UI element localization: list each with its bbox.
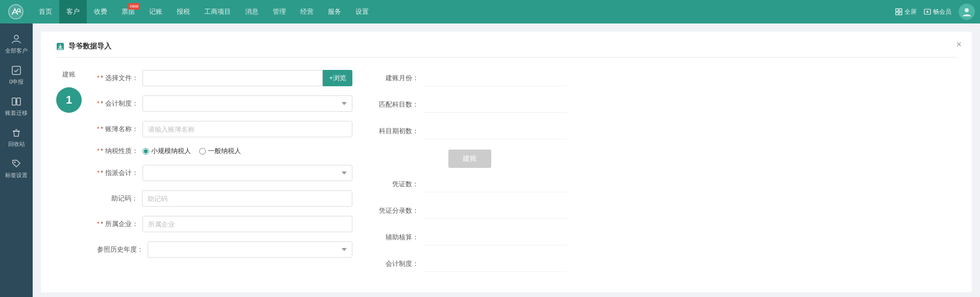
- svg-rect-10: [12, 66, 20, 75]
- nav-item-message[interactable]: 消息: [238, 0, 266, 23]
- tax-option-general[interactable]: 一般纳税人: [199, 146, 241, 156]
- sidebar-item-all-customers[interactable]: 全部客户: [0, 29, 33, 60]
- file-input-wrapper: +浏览: [142, 70, 352, 86]
- svg-rect-5: [899, 12, 902, 15]
- subject-init-label: 科目期初数：: [373, 127, 419, 136]
- tax-type-row: ** 纳税性质： 小规模纳税人 一般纳税人: [97, 146, 352, 156]
- nav-items-list: 首页 客户 收费 票据 new 记账 报税 工商项目 消息 管理 经营: [32, 0, 895, 23]
- accounting-system-row: ** 会计制度：: [97, 95, 352, 112]
- accounting-system2-label: 会计制度：: [373, 259, 419, 268]
- member-button[interactable]: 畅会员: [924, 8, 951, 16]
- build-month-row: 建账月份：: [373, 70, 567, 86]
- import-icon: [56, 42, 64, 51]
- nav-item-tax[interactable]: 报税: [170, 0, 197, 23]
- nav-item-operation[interactable]: 经营: [293, 0, 321, 23]
- svg-rect-12: [17, 98, 20, 105]
- build-month-label: 建账月份：: [373, 73, 419, 83]
- aux-calc-value: [423, 229, 567, 245]
- svg-point-13: [14, 162, 16, 163]
- match-subject-value: [423, 96, 567, 113]
- form-body: 建账 1 ** 选择文件： +浏览 **: [56, 70, 957, 282]
- voucher-count-value: [423, 176, 567, 192]
- subject-init-value: [423, 123, 567, 139]
- nav-item-manage[interactable]: 管理: [266, 0, 293, 23]
- nav-item-service[interactable]: 服务: [321, 0, 348, 23]
- assign-accountant-label: ** 指派会计：: [97, 168, 138, 178]
- voucher-count-label: 凭证数：: [373, 180, 419, 189]
- sidebar-item-declare[interactable]: 0申报: [0, 60, 33, 91]
- svg-point-7: [926, 11, 928, 13]
- ref-year-select[interactable]: [148, 241, 352, 258]
- svg-rect-3: [899, 9, 902, 11]
- step-indicator: 1: [56, 87, 82, 113]
- ref-year-label: 参照历史年度：: [97, 245, 144, 254]
- voucher-entries-row: 凭证分录数：: [373, 203, 567, 219]
- aux-calc-label: 辅助核算：: [373, 233, 419, 242]
- file-row: ** 选择文件： +浏览: [97, 70, 352, 86]
- company-input[interactable]: [142, 216, 352, 232]
- sidebar: 全部客户 0申报 账套迁移 回收站 标签设置: [0, 23, 33, 297]
- ledger-name-input[interactable]: [142, 121, 352, 137]
- memo-code-input[interactable]: [142, 190, 352, 207]
- match-subject-label: 匹配科目数：: [373, 100, 419, 109]
- step-section: 建账 1: [56, 70, 97, 282]
- sidebar-item-recycle[interactable]: 回收站: [0, 122, 33, 153]
- top-navigation: 首页 客户 收费 票据 new 记账 报税 工商项目 消息 管理 经营: [0, 0, 980, 23]
- assign-accountant-row: ** 指派会计：: [97, 165, 352, 181]
- memo-code-row: 助记码：: [97, 190, 352, 207]
- file-label: ** 选择文件：: [97, 73, 138, 83]
- accounting-system2-value: [423, 256, 567, 272]
- svg-rect-2: [896, 9, 898, 11]
- match-subject-row: 匹配科目数：: [373, 96, 567, 113]
- ledger-name-row: ** 账簿名称：: [97, 121, 352, 137]
- panel-header: 导爷数据导入: [56, 42, 957, 58]
- browse-button[interactable]: +浏览: [323, 70, 352, 86]
- tax-type-radio-group: 小规模纳税人 一般纳税人: [142, 146, 241, 156]
- company-label: ** 所属企业：: [97, 219, 138, 229]
- nav-item-biz[interactable]: 工商项目: [197, 0, 238, 23]
- svg-rect-4: [896, 12, 898, 15]
- memo-code-label: 助记码：: [97, 194, 138, 203]
- build-account-button[interactable]: 建账: [448, 150, 491, 168]
- assign-accountant-select[interactable]: [142, 165, 352, 181]
- subject-init-row: 科目期初数：: [373, 123, 567, 139]
- svg-rect-11: [12, 98, 16, 105]
- step-label: 建账: [62, 70, 76, 79]
- main-content: 导爷数据导入 × 建账 1 ** 选择文件： +浏览: [33, 23, 980, 297]
- nav-item-ledger[interactable]: 记账: [142, 0, 170, 23]
- nav-item-home[interactable]: 首页: [32, 0, 59, 23]
- sidebar-item-account-migrate[interactable]: 账套迁移: [0, 91, 33, 122]
- aux-calc-row: 辅助核算：: [373, 229, 567, 245]
- accounting-system2-row: 会计制度：: [373, 256, 567, 272]
- accounting-system-select[interactable]: [142, 95, 352, 112]
- user-avatar[interactable]: [959, 4, 975, 20]
- tax-option-small[interactable]: 小规模纳税人: [142, 146, 191, 156]
- tax-type-label: ** 纳税性质：: [97, 146, 138, 156]
- app-logo[interactable]: [5, 1, 27, 22]
- nav-item-customer[interactable]: 客户: [59, 0, 87, 23]
- voucher-count-row: 凭证数：: [373, 176, 567, 192]
- new-badge: new: [128, 3, 140, 10]
- svg-point-8: [965, 8, 969, 12]
- form-section: ** 选择文件： +浏览 ** 会计制度：: [97, 70, 352, 282]
- svg-point-9: [14, 35, 18, 39]
- panel-title: 导爷数据导入: [68, 42, 111, 51]
- build-month-value: [423, 70, 567, 86]
- info-panel: 建账月份： 匹配科目数： 科目期初数： 建账 凭证数： 凭证分录数：: [352, 70, 567, 282]
- nav-item-settings[interactable]: 设置: [348, 0, 376, 23]
- ref-year-row: 参照历史年度：: [97, 241, 352, 258]
- file-input[interactable]: [142, 70, 323, 86]
- nav-item-fee[interactable]: 收费: [87, 0, 114, 23]
- accounting-system-label: ** 会计制度：: [97, 99, 138, 108]
- nav-item-invoice[interactable]: 票据 new: [114, 0, 142, 23]
- content-panel: 导爷数据导入 × 建账 1 ** 选择文件： +浏览: [41, 32, 972, 292]
- close-button[interactable]: ×: [956, 40, 962, 49]
- fullscreen-button[interactable]: 全屏: [895, 8, 917, 16]
- voucher-entries-label: 凭证分录数：: [373, 206, 419, 215]
- nav-right-area: 全屏 畅会员: [895, 4, 975, 20]
- ledger-name-label: ** 账簿名称：: [97, 125, 138, 134]
- sidebar-item-tag-settings[interactable]: 标签设置: [0, 153, 33, 184]
- company-row: ** 所属企业：: [97, 216, 352, 232]
- voucher-entries-value: [423, 203, 567, 219]
